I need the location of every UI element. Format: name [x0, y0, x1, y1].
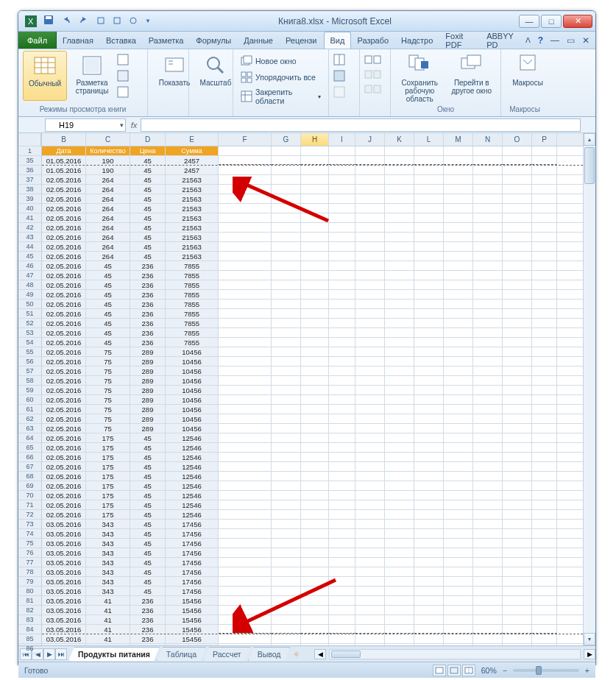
empty-cell[interactable] — [444, 405, 473, 414]
empty-cell[interactable] — [272, 213, 301, 222]
qat-dropdown-icon[interactable]: ▼ — [145, 18, 151, 24]
empty-cell[interactable] — [385, 300, 414, 308]
empty-cell[interactable] — [503, 615, 532, 624]
data-cell[interactable]: 45 — [86, 319, 130, 327]
empty-cell[interactable] — [532, 166, 557, 174]
data-cell[interactable]: 45 — [130, 185, 166, 194]
data-cell[interactable]: 175 — [86, 481, 130, 490]
empty-cell[interactable] — [503, 376, 532, 385]
empty-cell[interactable] — [355, 328, 385, 337]
empty-cell[interactable] — [301, 386, 329, 394]
data-cell[interactable]: 02.05.2016 — [42, 405, 86, 414]
empty-cell[interactable] — [272, 462, 301, 471]
empty-cell[interactable] — [329, 261, 355, 270]
empty-cell[interactable] — [219, 213, 272, 222]
data-cell[interactable]: 45 — [130, 166, 166, 174]
row-header[interactable]: 73 — [18, 520, 41, 529]
empty-cell[interactable] — [301, 223, 329, 232]
empty-cell[interactable] — [532, 242, 557, 251]
empty-cell[interactable] — [532, 472, 557, 481]
empty-cell[interactable] — [473, 338, 503, 347]
empty-cell[interactable] — [444, 233, 473, 241]
empty-cell[interactable] — [329, 587, 355, 595]
data-cell[interactable]: 264 — [86, 204, 130, 213]
empty-cell[interactable] — [503, 194, 532, 203]
data-cell[interactable]: 343 — [86, 567, 130, 576]
empty-cell[interactable] — [219, 567, 272, 576]
empty-cell[interactable] — [329, 462, 355, 471]
empty-cell[interactable] — [329, 615, 355, 624]
empty-cell[interactable] — [414, 300, 444, 308]
empty-cell[interactable] — [301, 213, 329, 222]
empty-cell[interactable] — [301, 558, 329, 567]
empty-cell[interactable] — [329, 213, 355, 222]
data-cell[interactable]: 2457 — [166, 166, 219, 174]
empty-cell[interactable] — [301, 252, 329, 261]
empty-cell[interactable] — [385, 405, 414, 414]
empty-cell[interactable] — [503, 185, 532, 194]
data-cell[interactable]: 02.05.2016 — [42, 453, 86, 461]
empty-cell[interactable] — [503, 309, 532, 318]
empty-cell[interactable] — [473, 424, 503, 433]
data-cell[interactable]: 02.05.2016 — [42, 376, 86, 385]
empty-cell[interactable] — [219, 577, 272, 586]
empty-cell[interactable] — [219, 510, 272, 519]
empty-cell[interactable] — [329, 376, 355, 385]
empty-cell[interactable] — [219, 644, 272, 645]
empty-cell[interactable] — [329, 539, 355, 548]
empty-cell[interactable] — [385, 424, 414, 433]
data-cell[interactable]: 21563 — [166, 242, 219, 251]
empty-cell[interactable] — [219, 625, 272, 634]
empty-cell[interactable] — [272, 472, 301, 481]
empty-cell[interactable] — [473, 280, 503, 289]
data-cell[interactable]: 03.05.2016 — [42, 529, 86, 538]
empty-cell[interactable] — [473, 520, 503, 528]
empty-cell[interactable] — [385, 520, 414, 528]
data-cell[interactable]: 02.05.2016 — [42, 395, 86, 404]
column-header[interactable]: J — [355, 133, 385, 146]
empty-cell[interactable] — [473, 481, 503, 490]
data-cell[interactable]: 03.05.2016 — [42, 634, 86, 643]
empty-cell[interactable] — [414, 625, 444, 634]
empty-cell[interactable] — [414, 587, 444, 595]
empty-cell[interactable] — [503, 606, 532, 615]
data-cell[interactable]: 02.05.2016 — [42, 290, 86, 299]
empty-cell[interactable] — [301, 376, 329, 385]
empty-cell[interactable] — [503, 443, 532, 452]
table-header-cell[interactable]: Дата — [42, 146, 86, 155]
empty-cell[interactable] — [532, 300, 557, 308]
qat-icon[interactable] — [113, 15, 121, 28]
data-cell[interactable]: 75 — [86, 347, 130, 356]
data-cell[interactable]: 264 — [86, 223, 130, 232]
row-header[interactable]: 72 — [18, 510, 41, 520]
data-cell[interactable]: 175 — [86, 500, 130, 509]
empty-cell[interactable] — [272, 338, 301, 347]
empty-cell[interactable] — [355, 510, 385, 519]
empty-cell[interactable] — [355, 414, 385, 423]
empty-cell[interactable] — [385, 510, 414, 519]
data-cell[interactable]: 03.05.2016 — [42, 558, 86, 567]
empty-cell[interactable] — [301, 395, 329, 404]
empty-cell[interactable] — [473, 386, 503, 394]
data-cell[interactable]: 289 — [130, 395, 166, 404]
empty-cell[interactable] — [473, 625, 503, 634]
empty-cell[interactable] — [414, 347, 444, 356]
empty-cell[interactable] — [503, 414, 532, 423]
empty-cell[interactable] — [532, 204, 557, 213]
empty-cell[interactable] — [355, 634, 385, 643]
empty-cell[interactable] — [473, 213, 503, 222]
empty-cell[interactable] — [272, 644, 301, 645]
data-cell[interactable]: 03.05.2016 — [42, 548, 86, 557]
empty-cell[interactable] — [532, 156, 557, 165]
empty-cell[interactable] — [272, 481, 301, 490]
empty-cell[interactable] — [414, 558, 444, 567]
empty-cell[interactable] — [385, 204, 414, 213]
data-cell[interactable]: 289 — [130, 357, 166, 366]
data-cell[interactable]: 17456 — [166, 558, 219, 567]
data-cell[interactable]: 10456 — [166, 395, 219, 404]
empty-cell[interactable] — [355, 644, 385, 645]
data-cell[interactable]: 02.05.2016 — [42, 319, 86, 327]
empty-cell[interactable] — [473, 577, 503, 586]
row-header[interactable]: 63 — [18, 424, 41, 433]
data-cell[interactable]: 45 — [86, 309, 130, 318]
